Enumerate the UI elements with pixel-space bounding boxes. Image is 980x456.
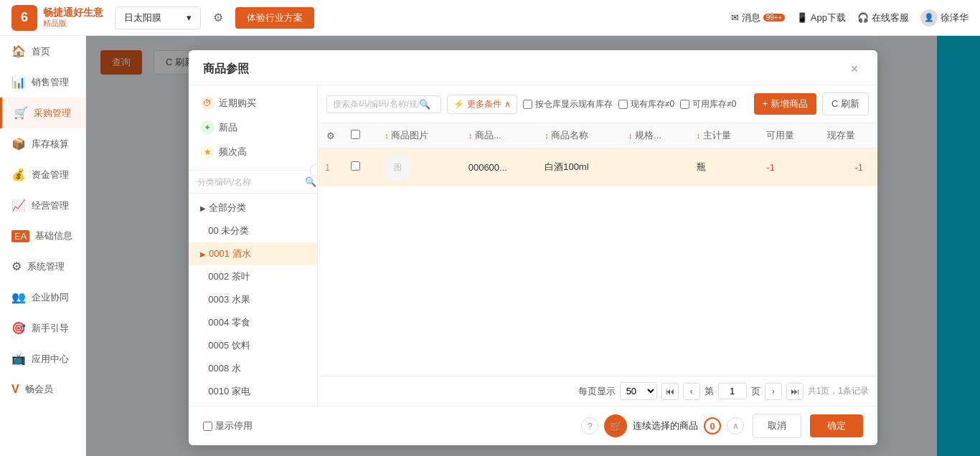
category-0008[interactable]: 0008 水 xyxy=(189,357,317,380)
disabled-checkbox[interactable] xyxy=(203,422,212,431)
th-unit[interactable]: ↕ 主计量 xyxy=(689,123,760,148)
has-stock-checkbox[interactable] xyxy=(618,100,628,109)
trial-button[interactable]: 体验行业方案 xyxy=(235,7,314,29)
sidebar-item-inventory[interactable]: 📦 库存核算 xyxy=(0,128,85,159)
category-0004[interactable]: 0004 零食 xyxy=(189,311,317,334)
checkbox-by-warehouse[interactable]: 按仓库显示现有库存 xyxy=(523,98,613,110)
product-search-wrapper: 🔍 xyxy=(326,95,441,113)
td-available: -1 xyxy=(759,148,820,186)
row-checkbox[interactable] xyxy=(351,161,360,171)
by-warehouse-checkbox[interactable] xyxy=(523,100,532,109)
sidebar-item-basics[interactable]: EA 基础信息 xyxy=(0,221,85,251)
category-search-input[interactable] xyxy=(197,177,305,187)
app-download-button[interactable]: 📱 App下载 xyxy=(796,11,846,24)
category-0003[interactable]: 0003 水果 xyxy=(189,288,317,311)
page-number-input[interactable] xyxy=(718,383,747,399)
new-product-button[interactable]: + 新增商品 xyxy=(754,93,816,115)
td-spec xyxy=(621,148,689,186)
confirm-button[interactable]: 确定 xyxy=(810,414,863,437)
home-icon: 🏠 xyxy=(11,44,26,58)
help-button[interactable]: ? xyxy=(581,417,598,434)
headset-icon: 🎧 xyxy=(857,12,869,23)
cart-icon-button[interactable]: 🛒 xyxy=(604,414,627,437)
category-0005[interactable]: 0005 饮料 xyxy=(189,334,317,357)
chevron-down-icon: ▾ xyxy=(187,12,192,23)
user-avatar[interactable]: 👤 徐泽华 xyxy=(920,9,969,27)
th-code[interactable]: ↕ 商品... xyxy=(461,123,537,148)
th-spec[interactable]: ↕ 规格... xyxy=(621,123,689,148)
usable-stock-checkbox[interactable] xyxy=(680,100,689,109)
arrow-icon: ▶ xyxy=(200,204,206,212)
last-page-button[interactable]: ⏭ xyxy=(786,383,804,400)
product-table-container: ⚙ ↕ 商品图片 xyxy=(318,123,877,376)
online-service-button[interactable]: 🎧 在线客服 xyxy=(857,11,909,24)
first-page-button[interactable]: ⏮ xyxy=(661,383,679,400)
mobile-icon: 📱 xyxy=(796,12,808,23)
shortcut-new[interactable]: ✦ 新品 xyxy=(189,115,317,140)
sidebar-item-member[interactable]: V 畅会员 xyxy=(0,374,85,404)
shortcut-recent[interactable]: ⏱ 近期购买 xyxy=(189,91,317,115)
cart-count: 0 xyxy=(704,417,721,434)
gear-button[interactable]: ⚙ xyxy=(207,6,230,29)
cancel-button[interactable]: 取消 xyxy=(753,414,801,438)
category-0001[interactable]: ▶ 0001 酒水 xyxy=(189,242,317,265)
category-search-icon[interactable]: 🔍 xyxy=(305,176,316,187)
category-0010[interactable]: 0010 家电 xyxy=(189,380,317,403)
category-0002[interactable]: 0002 茶叶 xyxy=(189,265,317,288)
sidebar-label: 资金管理 xyxy=(32,168,69,181)
td-name: 白酒100ml xyxy=(537,148,621,186)
sidebar-item-collab[interactable]: 👥 企业协同 xyxy=(0,282,85,313)
sidebar-item-purchase[interactable]: 🛒 采购管理 xyxy=(0,98,85,128)
spacer xyxy=(200,341,205,351)
shortcut-frequent[interactable]: ★ 频次高 xyxy=(189,140,317,164)
product-thumbnail: 图 xyxy=(385,154,410,180)
filter-button[interactable]: ⚡ 更多条件 ∧ xyxy=(447,95,517,114)
prev-page-button[interactable]: ‹ xyxy=(683,383,700,400)
product-toolbar: 🔍 ⚡ 更多条件 ∧ 按仓库显示现有库存 xyxy=(318,85,877,123)
sort-icon: ↕ xyxy=(545,131,549,140)
th-name[interactable]: ↕ 商品名称 xyxy=(537,123,621,148)
collapse-cart-button[interactable]: ∧ xyxy=(727,417,744,434)
modal-close-button[interactable]: × xyxy=(846,60,863,77)
product-panel: 🔍 ⚡ 更多条件 ∧ 按仓库显示现有库存 xyxy=(318,85,877,406)
category-shortcuts: ⏱ 近期购买 ✦ 新品 ★ 频次高 xyxy=(189,85,317,171)
checkbox-usable-stock[interactable]: 可用库存≠0 xyxy=(680,98,736,110)
product-search-input[interactable] xyxy=(333,99,419,109)
messages-button[interactable]: ✉ 消息 99++ xyxy=(731,11,785,24)
sidebar-item-finance[interactable]: 💰 资金管理 xyxy=(0,159,85,190)
sidebar-item-operations[interactable]: 📈 经营管理 xyxy=(0,190,85,221)
apps-icon: 📺 xyxy=(11,352,26,366)
modal-header: 商品参照 × xyxy=(189,50,877,85)
td-code: 000600... xyxy=(461,148,537,186)
store-selector[interactable]: 日太阳膜 ▾ xyxy=(115,6,201,29)
refresh-button[interactable]: C 刷新 xyxy=(822,92,869,115)
logo-text: 畅捷通好生意 精品版 xyxy=(43,6,103,29)
th-available[interactable]: 可用量 xyxy=(759,123,820,148)
filter-icon: ⚡ xyxy=(453,99,464,109)
spacer xyxy=(200,272,205,282)
th-stock: 现存量 xyxy=(820,123,877,148)
select-all-checkbox[interactable] xyxy=(351,130,360,139)
show-disabled-checkbox[interactable]: 显示停用 xyxy=(203,419,253,432)
basics-icon: EA xyxy=(11,230,29,242)
table-row[interactable]: 1 图 000600... xyxy=(318,148,877,186)
sidebar-label: 畅会员 xyxy=(25,383,53,396)
category-00[interactable]: 00 未分类 xyxy=(189,219,317,242)
freq-icon: ★ xyxy=(200,145,215,159)
collab-icon: 👥 xyxy=(11,290,26,304)
search-icon[interactable]: 🔍 xyxy=(419,99,430,110)
avatar-icon: 👤 xyxy=(920,9,938,27)
column-settings-icon[interactable]: ⚙ xyxy=(326,130,335,141)
next-page-button[interactable]: › xyxy=(765,383,782,400)
image-placeholder: 图 xyxy=(394,162,402,173)
sidebar-item-sales[interactable]: 📊 销售管理 xyxy=(0,67,85,98)
sidebar-item-system[interactable]: ⚙ 系统管理 xyxy=(0,251,85,282)
sidebar-item-apps[interactable]: 📺 应用中心 xyxy=(0,343,85,374)
category-all[interactable]: ▶ 全部分类 xyxy=(189,196,317,219)
per-page-select[interactable]: 50 100 200 xyxy=(620,382,657,400)
checkbox-has-stock[interactable]: 现有库存≠0 xyxy=(618,98,674,110)
sidebar-item-home[interactable]: 🏠 首页 xyxy=(0,36,85,67)
sort-icon: ↕ xyxy=(628,131,633,140)
spacer xyxy=(200,295,205,305)
sidebar-item-guide[interactable]: 🎯 新手引导 xyxy=(0,313,85,343)
